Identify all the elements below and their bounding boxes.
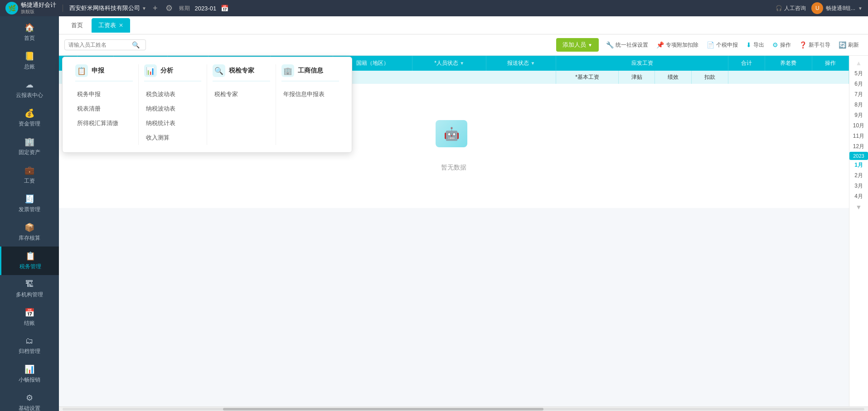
company-selector[interactable]: 西安虾米网络科技有限公司 ▼ (69, 4, 146, 12)
timeline-month-prev[interactable]: 12月 (849, 141, 868, 152)
status-filter-icon[interactable]: ▼ (460, 61, 464, 66)
empty-icon: 🤖 (436, 120, 472, 156)
calendar-icon[interactable]: 📅 (221, 5, 228, 12)
service-button[interactable]: 🎧 人工咨询 (776, 5, 806, 12)
scroll-bar-track[interactable] (63, 408, 864, 411)
tax-return-icon: 📄 (707, 41, 714, 48)
sidebar-item-label: 库存核算 (19, 234, 40, 242)
dropdown-col-declaration: 📋 申报税务申报税表清册所得税汇算清缴 (70, 64, 139, 145)
toolbar-btn-label: 统一社保设置 (616, 41, 648, 49)
timeline-down-arrow[interactable]: ▼ (849, 202, 868, 213)
sidebar-item-label: 归档管理 (19, 348, 40, 355)
sidebar-item-settings[interactable]: ⚙ 基础设置 (0, 388, 59, 411)
sidebar-item-invoice[interactable]: 🧾 发票管理 (0, 189, 59, 218)
user-name: 畅捷通8组... (826, 5, 855, 12)
timeline-up-arrow[interactable]: ▲ (849, 58, 868, 68)
timeline-month-prev[interactable]: 11月 (849, 131, 868, 141)
sidebar-item-home[interactable]: 🏠 首页 (0, 18, 59, 47)
logo-sub: 旗舰版 (21, 9, 56, 15)
invoice-icon: 🧾 (24, 194, 34, 204)
dropdown-item-income-tax[interactable]: 所得税汇算清缴 (75, 116, 133, 131)
dropdown-item-income-calc[interactable]: 收入测算 (144, 131, 202, 145)
search-input[interactable] (68, 42, 132, 48)
toolbar-btn-tax-return[interactable]: 📄 个税申报 (703, 39, 742, 51)
sidebar-item-fund[interactable]: 💰 资金管理 (0, 104, 59, 132)
toolbar-btn-label: 专项附加扣除 (666, 41, 698, 49)
declaration-col-icon: 📋 (75, 64, 88, 77)
multi-icon: 🏗 (25, 280, 34, 289)
scroll-bar-wrap (59, 406, 868, 411)
timeline-month-prev[interactable]: 10月 (849, 121, 868, 131)
toolbar-btn-social-insurance[interactable]: 🔧 统一社保设置 (602, 39, 652, 51)
timeline-month-prev[interactable]: 8月 (849, 100, 868, 110)
fund-icon: 💰 (24, 108, 34, 118)
scroll-bar-thumb[interactable] (223, 408, 544, 411)
toolbar-btn-new-guide[interactable]: ❓ 新手引导 (795, 39, 834, 51)
dropdown-grid: 📋 申报税务申报税表清册所得税汇算清缴📊 分析税负波动表纳税波动表纳税统计表收入… (70, 64, 344, 145)
dropdown-item-tax-declaration[interactable]: 税务申报 (75, 87, 133, 102)
toolbar-btn-export[interactable]: ⬇ 导出 (742, 39, 768, 51)
sidebar-item-ledger[interactable]: 📒 总账 (0, 47, 59, 75)
sidebar-item-multi[interactable]: 🏗 多机构管理 (0, 275, 59, 303)
add-person-button[interactable]: 添加人员 ▼ (556, 38, 599, 52)
search-icon[interactable]: 🔍 (132, 41, 140, 48)
ledger-icon: 📒 (24, 51, 34, 61)
dropdown-col-title: 工商信息 (298, 67, 323, 75)
tab-bar: 首页工资表 ✕ (59, 16, 868, 34)
timeline-month-4月[interactable]: 4月 (849, 191, 868, 202)
sidebar-item-tax[interactable]: 📋 税务管理 (0, 247, 59, 275)
add-person-label: 添加人员 (563, 41, 586, 49)
sidebar-item-report[interactable]: 📊 小畅报销 (0, 360, 59, 388)
user-button[interactable]: U 畅捷通8组... ▼ (811, 2, 863, 14)
dropdown-item-tax-wave2[interactable]: 纳税波动表 (144, 102, 202, 116)
home-icon: 🏠 (24, 23, 34, 33)
business-col-icon: 🏢 (281, 64, 294, 77)
sidebar-item-salary[interactable]: 💼 工资 (0, 161, 59, 189)
dropdown-item-tax-table[interactable]: 税表清册 (75, 102, 133, 116)
timeline-month-prev[interactable]: 5月 (849, 68, 868, 79)
empty-face-icon: 🤖 (444, 126, 460, 141)
th-base-salary: *基本工资 (556, 71, 618, 84)
tab-close-icon[interactable]: ✕ (119, 22, 123, 29)
tab-home[interactable]: 首页 (64, 18, 90, 33)
sidebar-item-label: 总账 (24, 63, 35, 71)
timeline-month-prev[interactable]: 9月 (849, 110, 868, 121)
report-filter-icon[interactable]: ▼ (531, 61, 535, 66)
settings-icon[interactable]: ⚙ (164, 3, 175, 13)
search-wrap: 🔍 (64, 39, 146, 50)
timeline-year-2023[interactable]: 2023 (849, 152, 868, 160)
analysis-col-icon: 📊 (144, 64, 157, 77)
sidebar-item-archive[interactable]: 🗂 归档管理 (0, 332, 59, 360)
timeline-month-2月[interactable]: 2月 (849, 170, 868, 181)
toolbar-btn-operate[interactable]: ⚙ 操作 (769, 39, 795, 51)
tab-label: 首页 (71, 22, 83, 29)
dropdown-item-annual-report[interactable]: 年报信息申报表 (281, 87, 339, 102)
logo: 🌿 畅捷通好会计 旗舰版 (5, 1, 56, 15)
th-deduction: 扣款 (692, 71, 728, 84)
th-total: 合计 (728, 56, 765, 71)
service-label: 人工咨询 (784, 5, 806, 12)
archive-icon: 🗂 (25, 336, 34, 346)
timeline-month-prev[interactable]: 6月 (849, 79, 868, 89)
sidebar-item-label: 多机构管理 (16, 291, 43, 299)
timeline-month-prev[interactable]: 7月 (849, 89, 868, 100)
sidebar-item-inventory[interactable]: 📦 库存核算 (0, 218, 59, 247)
sidebar-item-label: 首页 (24, 34, 35, 42)
th-report-status: 报送状态 ▼ (486, 56, 556, 71)
sidebar-item-close[interactable]: 📅 结账 (0, 303, 59, 332)
toolbar-btn-refresh[interactable]: 🔄 刷新 (835, 39, 863, 51)
dropdown-item-tax-stats[interactable]: 纳税统计表 (144, 116, 202, 131)
add-person-chevron-icon: ▼ (588, 43, 592, 48)
tab-salary-table[interactable]: 工资表 ✕ (92, 18, 130, 33)
timeline-month-1月[interactable]: 1月 (849, 160, 868, 170)
top-bar-right: 🎧 人工咨询 U 畅捷通8组... ▼ (776, 2, 863, 14)
sidebar-item-label: 小畅报销 (19, 376, 40, 384)
sidebar-item-cloud[interactable]: ☁ 云报表中心 (0, 75, 59, 104)
add-company-icon[interactable]: + (151, 4, 160, 13)
dropdown-item-tax-expert[interactable]: 税检专家 (213, 87, 270, 102)
sidebar-item-assets[interactable]: 🏢 固定资产 (0, 132, 59, 161)
timeline-month-3月[interactable]: 3月 (849, 181, 868, 191)
dropdown-item-tax-wave[interactable]: 税负波动表 (144, 87, 202, 102)
toolbar-btn-special-deduction[interactable]: 📌 专项附加扣除 (653, 39, 702, 51)
logo-text: 畅捷通好会计 (21, 1, 56, 9)
